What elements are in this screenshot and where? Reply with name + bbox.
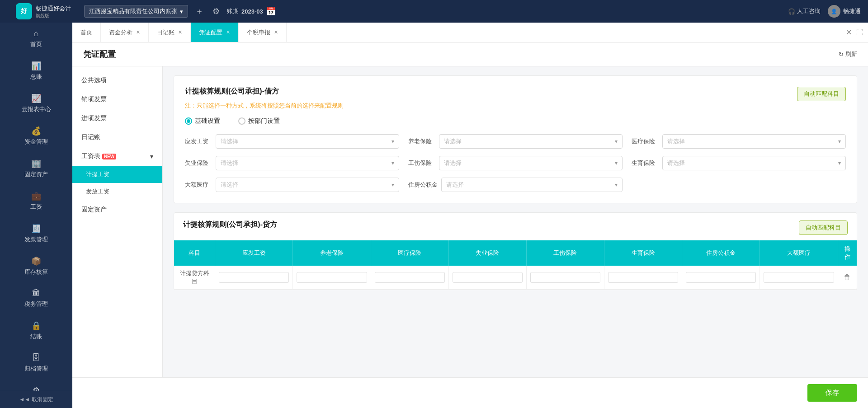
- user-area[interactable]: 👤 畅捷通: [828, 5, 861, 18]
- tab-bar: 首页 资金分析 ✕ 日记账 ✕ 凭证配置 ✕ 个税申报 ✕ ✕ ⛶: [72, 23, 868, 42]
- cell-housing-fund[interactable]: [682, 266, 760, 290]
- tab-home[interactable]: 首页: [72, 23, 101, 42]
- chevron-down-icon: ▾: [150, 153, 153, 160]
- cell-maternity[interactable]: [604, 266, 682, 290]
- input-large-medical[interactable]: [764, 272, 834, 283]
- tab-tax-close[interactable]: ✕: [274, 29, 278, 35]
- form-area: 计提核算规则(公司承担)-借方 注：只能选择一种方式，系统将按照您当前的选择来配…: [163, 66, 868, 377]
- field-medical-select[interactable]: 请选择 ▾: [662, 134, 846, 149]
- field-maternity-select[interactable]: 请选择 ▾: [662, 156, 846, 170]
- field-salary-select[interactable]: 请选择 ▾: [216, 134, 399, 149]
- inventory-icon: 📦: [31, 256, 41, 266]
- refresh-button[interactable]: ↻ 刷新: [839, 50, 857, 58]
- close-all-tabs-button[interactable]: ✕: [846, 28, 852, 37]
- sidebar-item-reports[interactable]: 📈 云报表中心: [0, 87, 72, 120]
- col-large-medical: 大额医疗: [760, 240, 838, 266]
- sidebar-item-archive[interactable]: 🗄 归档管理: [0, 347, 72, 379]
- ledger-icon: 📊: [31, 61, 41, 71]
- cell-action[interactable]: 🗑: [838, 266, 857, 290]
- app-version: 旗舰版: [36, 13, 71, 19]
- sidebar-item-inventory[interactable]: 📦 库存核算: [0, 250, 72, 282]
- row-label: 计提贷方科目: [174, 266, 215, 290]
- tab-tax[interactable]: 个税申报 ✕: [239, 23, 287, 42]
- radio-basic[interactable]: 基础设置: [185, 117, 220, 125]
- sidebar-item-fund[interactable]: 💰 资金管理: [0, 120, 72, 152]
- collapse-sidebar-button[interactable]: ◄◄ 取消固定: [0, 391, 72, 408]
- fund-icon: 💰: [31, 126, 41, 136]
- expand-tab-button[interactable]: ⛶: [856, 28, 863, 37]
- nav-item-salary-table[interactable]: 工资表 NEW ▾: [72, 147, 162, 166]
- radio-group: 基础设置 按部门设置: [185, 117, 846, 125]
- cell-salary[interactable]: [215, 266, 293, 290]
- tab-journal-close[interactable]: ✕: [178, 29, 182, 35]
- field-housing-fund-select[interactable]: 请选择 ▾: [441, 178, 623, 192]
- cell-medical[interactable]: [371, 266, 448, 290]
- field-work-injury-select[interactable]: 请选择 ▾: [439, 156, 623, 170]
- tab-fund-close[interactable]: ✕: [136, 29, 140, 35]
- save-button[interactable]: 保存: [807, 384, 857, 402]
- field-medical-label: 医疗保险: [632, 137, 659, 145]
- sidebar-item-home[interactable]: ⌂ 首页: [0, 23, 72, 55]
- table-header-row: 科目 应发工资 养老保险 医疗保险 失业保险 工伤保险 生育保险 住房公积金 大: [174, 240, 857, 266]
- tab-voucher[interactable]: 凭证配置 ✕: [191, 23, 239, 42]
- field-maternity: 生育保险 请选择 ▾: [632, 156, 846, 170]
- calendar-icon[interactable]: 📅: [266, 6, 276, 16]
- nav-item-purchase[interactable]: 进项发票: [72, 109, 162, 128]
- period-area: 账期 2023-03 📅: [227, 6, 276, 16]
- col-medical: 医疗保险: [371, 240, 448, 266]
- tab-voucher-close[interactable]: ✕: [226, 29, 230, 35]
- sidebar-item-fixed-asset[interactable]: 🏢 固定资产: [0, 152, 72, 185]
- delete-row-button[interactable]: 🗑: [844, 273, 851, 281]
- tab-fund-label: 资金分析: [109, 28, 132, 37]
- new-badge: NEW: [102, 154, 116, 159]
- nav-item-pay-salary[interactable]: 发放工资: [72, 183, 162, 200]
- page-title: 凭证配置: [83, 49, 116, 60]
- credit-section-header: 计提核算规则(公司承担)-贷方 自动匹配科目: [174, 213, 857, 235]
- sidebar-item-label: 资金管理: [24, 138, 48, 146]
- credit-auto-match-button[interactable]: 自动匹配科目: [799, 220, 848, 235]
- company-select[interactable]: 江西服宝精品有限责任公司内账张 ▾: [84, 5, 188, 18]
- nav-item-sales[interactable]: 销项发票: [72, 90, 162, 109]
- input-work-injury[interactable]: [530, 272, 600, 283]
- sidebar-item-ledger[interactable]: 📊 总账: [0, 55, 72, 87]
- invoice-icon: 🧾: [31, 224, 41, 234]
- sidebar-item-closing[interactable]: 🔒 结账: [0, 314, 72, 347]
- fixed-asset-icon: 🏢: [31, 159, 41, 169]
- field-unemployment-select[interactable]: 请选择 ▾: [216, 156, 399, 170]
- service-button[interactable]: 🎧 人工咨询: [788, 7, 821, 15]
- sidebar: ⌂ 首页 📊 总账 📈 云报表中心 💰 资金管理 🏢 固定资产 💼 工资 🧾 发…: [0, 23, 72, 408]
- cell-unemployment[interactable]: [448, 266, 526, 290]
- tab-journal[interactable]: 日记账 ✕: [149, 23, 191, 42]
- notice-text: 注：只能选择一种方式，系统将按照您当前的选择来配置规则: [185, 102, 344, 110]
- cell-work-injury[interactable]: [526, 266, 604, 290]
- nav-item-advance-salary[interactable]: 计提工资: [72, 166, 162, 183]
- nav-item-fixed-asset[interactable]: 固定资产: [72, 200, 162, 219]
- sidebar-item-invoice[interactable]: 🧾 发票管理: [0, 217, 72, 250]
- cell-large-medical[interactable]: [760, 266, 838, 290]
- input-salary[interactable]: [219, 272, 289, 283]
- refresh-icon: ↻: [839, 51, 844, 58]
- debit-auto-match-button[interactable]: 自动匹配科目: [797, 87, 846, 101]
- cell-pension[interactable]: [293, 266, 371, 290]
- tab-home-label: 首页: [80, 28, 92, 37]
- input-housing-fund[interactable]: [686, 272, 756, 283]
- settings-icon[interactable]: ⚙: [211, 5, 222, 18]
- chevron-down-icon: ▾: [615, 182, 618, 188]
- period-value: 2023-03: [241, 8, 263, 15]
- sidebar-item-tax[interactable]: 🏛 税务管理: [0, 282, 72, 314]
- header-right: 🎧 人工咨询 👤 畅捷通: [788, 5, 861, 18]
- add-button[interactable]: ＋: [193, 4, 205, 19]
- input-medical[interactable]: [375, 272, 445, 283]
- field-pension-select[interactable]: 请选择 ▾: [439, 134, 623, 149]
- field-large-medical-select[interactable]: 请选择 ▾: [216, 178, 399, 192]
- page-header: 凭证配置 ↻ 刷新: [72, 42, 868, 66]
- input-unemployment[interactable]: [453, 272, 523, 283]
- nav-item-journal[interactable]: 日记账: [72, 128, 162, 147]
- tab-fund[interactable]: 资金分析 ✕: [101, 23, 149, 42]
- left-nav: 公共选项 销项发票 进项发票 日记账 工资表 NEW ▾: [72, 66, 163, 377]
- input-maternity[interactable]: [608, 272, 678, 283]
- nav-item-public[interactable]: 公共选项: [72, 71, 162, 90]
- radio-dept[interactable]: 按部门设置: [238, 117, 280, 125]
- sidebar-item-salary[interactable]: 💼 工资: [0, 185, 72, 217]
- input-pension[interactable]: [297, 272, 367, 283]
